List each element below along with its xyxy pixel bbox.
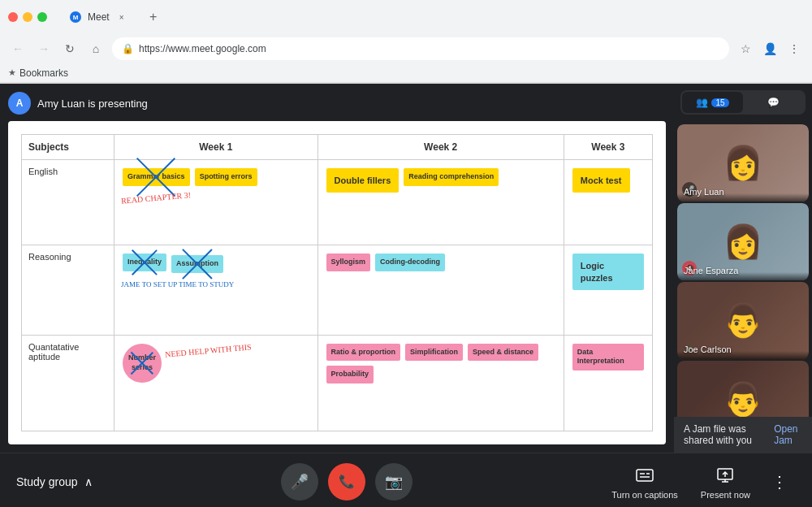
participant-count: 15 [711,98,728,107]
handwritten-chapter: READ CHAPTER 3! [121,189,192,206]
meet-app: A Amy Luan is presenting Subjects Week 1… [0,84,812,507]
table-row: English Grammar basics Spotting errors R… [22,160,653,245]
svg-rect-0 [637,470,653,481]
back-button[interactable]: ← [8,39,28,58]
meeting-options-chevron[interactable]: ∧ [84,475,93,488]
participant-name-row-amy: 🎤 Amy Luan [677,193,809,202]
forward-button[interactable]: → [34,39,54,58]
handwritten-jame: JAME TO SET UP TIME TO STUDY [121,280,234,290]
end-call-icon: 📞 [339,474,355,489]
participant-name-amy: Amy Luan [684,187,724,197]
captions-button[interactable]: Turn on captions [602,459,688,505]
sticky-coding-decoding: Coding-decoding [375,254,445,271]
mic-button[interactable]: 🎤 [281,463,318,500]
col-week3: Week 3 [564,135,652,160]
bookmarks-star-icon: ★ [8,67,16,78]
whiteboard-frame: Subjects Week 1 Week 2 Week 3 English [8,121,666,444]
bookmarks-bar: ★ Bookmarks [0,63,812,83]
week2-quantatative: Ratio & proportion Simplification Speed … [317,335,564,431]
home-button[interactable]: ⌂ [86,39,106,58]
tab-title: Meet [88,11,110,23]
captions-label: Turn on captions [611,490,678,500]
lock-icon: 🔒 [122,43,134,54]
presenter-avatar: A [8,92,31,115]
whiteboard-table: Subjects Week 1 Week 2 Week 3 English [21,134,653,431]
minimize-button[interactable] [23,12,32,22]
participant-name-jane: Jane Esparza [684,266,738,275]
meet-main-area: A Amy Luan is presenting Subjects Week 1… [0,84,812,453]
sticky-data-interpretation: Data Interpretation [572,344,644,370]
sticky-assumption: Assumption [171,255,223,273]
sticky-grammar-basics: Grammar basics [123,168,190,186]
col-week1: Week 1 [114,135,318,160]
notification-message: A Jam file was shared with you [684,423,767,446]
participant-card-jane: 👩 🔇 Jane Esparza [677,203,809,280]
toolbar-center: 🎤 📞 📷 [281,463,412,500]
week1-quantatative: Number series NEED HELP WITH THIS [114,335,318,431]
participant-card-vishesh: 👨 🔇 Vishesh Patel [677,361,809,417]
participant-card-joe: 👨 •• Joe Carlson [677,282,809,359]
browser-tab[interactable]: M Meet × [60,5,137,29]
sticky-syllogism: Syllogism [326,254,371,271]
presenter-label: A Amy Luan is presenting [8,92,666,115]
sidebar: 👥 15 💬 👩 🎤 Amy Luan [674,84,812,453]
subject-english: English [22,160,114,245]
week2-english: Double fillers Reading comprehension [317,160,564,245]
new-tab-button[interactable]: + [144,7,163,27]
week1-english: Grammar basics Spotting errors READ CHAP… [114,160,318,245]
sticky-speed-distance: Speed & distance [468,344,538,362]
url-text: https://www.meet.google.com [139,43,266,54]
participant-card-amy: 👩 🎤 Amy Luan [677,124,809,202]
handwritten-help: NEED HELP WITH THIS [165,341,253,360]
table-row: Quantatative aptitude Number series NEED… [22,335,653,431]
sticky-reading-comprehension: Reading comprehension [404,168,499,186]
sticky-inequality: Inequality [123,254,166,271]
sticky-double-fillers: Double fillers [326,168,400,193]
bottom-toolbar: Study group ∧ 🎤 📞 📷 [0,453,812,507]
present-now-button[interactable]: Present now [691,459,760,505]
subject-reasoning: Reasoning [22,245,114,335]
nav-right-icons: ☆ 👤 ⋮ [736,39,804,58]
sticky-number-series: Number series [123,344,162,383]
participant-name-row-joe: •• Joe Carlson [677,351,809,359]
week3-quantatative: Data Interpretation [564,335,652,431]
sticky-logic-puzzles: Logic puzzles [572,254,644,290]
camera-icon: 📷 [385,473,403,491]
table-row: Reasoning Inequality Assumption JAME TO … [22,245,653,335]
bookmark-star-icon[interactable]: ☆ [736,39,755,58]
participant-name-row-jane: 🔇 Jane Esparza [677,272,809,280]
nav-bar: ← → ↻ ⌂ 🔒 https://www.meet.google.com ☆ … [0,34,812,63]
profile-icon[interactable]: 👤 [760,39,780,58]
tab-favicon: M [70,11,81,23]
present-icon [714,464,736,487]
browser-chrome: M Meet × + ← → ↻ ⌂ 🔒 https://www.meet.go… [0,0,812,84]
tab-close-icon[interactable]: × [116,11,127,23]
maximize-button[interactable] [37,12,47,22]
sticky-mock-test: Mock test [572,168,630,193]
more-icon: ⋮ [771,472,788,492]
refresh-button[interactable]: ↻ [60,39,80,58]
address-bar[interactable]: 🔒 https://www.meet.google.com [112,37,729,60]
toolbar-right: Turn on captions Present now ⋮ [602,459,796,505]
meeting-name: Study group [16,475,78,488]
col-week2: Week 2 [317,135,564,160]
presenter-name: Amy Luan is presenting [37,98,148,110]
participant-list: 👩 🎤 Amy Luan 👩 🔇 Jane Esparza [674,121,812,417]
notification-bar: A Jam file was shared with you Open Jam [674,417,812,453]
present-label: Present now [701,490,750,500]
sticky-probability: Probability [326,366,374,384]
end-call-button[interactable]: 📞 [328,463,365,500]
week1-reasoning: Inequality Assumption JAME TO SET UP TIM… [114,245,318,335]
more-options-button[interactable]: ⋮ [763,466,796,498]
camera-button[interactable]: 📷 [375,463,412,500]
participant-name-joe: Joe Carlson [684,344,732,354]
menu-icon[interactable]: ⋮ [784,39,804,58]
chat-tab[interactable]: 💬 [743,92,804,113]
open-jam-button[interactable]: Open Jam [774,423,802,446]
sidebar-tabs: 👥 15 💬 [680,90,806,115]
close-button[interactable] [8,12,18,22]
sticky-ratio-proportion: Ratio & proportion [326,344,401,362]
week3-english: Mock test [564,160,652,245]
participants-tab[interactable]: 👥 15 [682,92,743,113]
participant-photo-vishesh: 👨 [677,361,809,417]
